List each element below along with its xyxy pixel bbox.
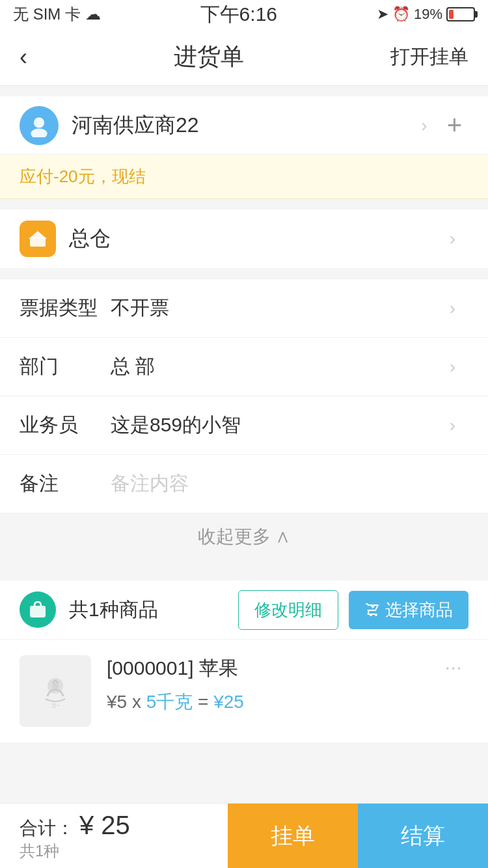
notice-bar: 应付-20元，现结: [0, 155, 488, 199]
cart-icon: [364, 602, 380, 617]
location-icon: ➤: [377, 6, 388, 23]
product-item: 普+ [0000001] 苹果 ¥5 x 5千克 = ¥25 ···: [0, 639, 488, 742]
back-button[interactable]: ‹: [20, 44, 27, 71]
section-gap-3: [0, 268, 488, 278]
chevron-icon: ›: [421, 115, 427, 136]
supplier-row[interactable]: 河南供应商22 › +: [0, 96, 488, 155]
supplier-avatar: [20, 106, 59, 145]
salesman-chevron: ›: [450, 415, 455, 436]
battery-label: 19%: [414, 6, 442, 23]
product-name: [0000001] 苹果: [107, 655, 438, 682]
status-time: 下午6:16: [200, 1, 277, 28]
product-thumbnail: 普+: [20, 655, 91, 727]
open-hang-button[interactable]: 打开挂单: [390, 44, 468, 70]
total-amount: ¥ 25: [79, 811, 130, 840]
invoice-type-row[interactable]: 票据类型 不开票 ›: [0, 278, 488, 337]
section-gap-1: [0, 86, 488, 96]
nav-bar: ‹ 进货单 打开挂单: [0, 29, 488, 86]
alarm-icon: ⏰: [392, 6, 410, 23]
salesman-label: 业务员: [20, 412, 104, 439]
total-section: 合计： ¥ 25 共1种: [0, 804, 228, 868]
invoice-type-chevron: ›: [450, 298, 455, 319]
total-label: 合计：: [20, 816, 74, 841]
total-row: 合计： ¥ 25: [20, 811, 208, 841]
svg-point-8: [52, 683, 59, 689]
svg-point-0: [34, 117, 44, 128]
department-value: 总 部: [104, 353, 450, 380]
sim-label: 无 SIM 卡 ☁: [13, 4, 101, 25]
bottom-bar: 合计： ¥ 25 共1种 挂单 结算: [0, 803, 488, 868]
edit-detail-button[interactable]: 修改明细: [238, 590, 338, 630]
section-gap-4: [0, 560, 488, 570]
product-header: 共1种商品 修改明细 选择商品: [0, 580, 488, 639]
warehouse-chevron: ›: [450, 228, 455, 249]
warehouse-icon: [20, 221, 56, 257]
remark-label: 备注: [20, 470, 104, 497]
department-chevron: ›: [450, 357, 455, 377]
supplier-name: 河南供应商22: [72, 111, 421, 140]
product-code: [0000001]: [107, 657, 199, 679]
battery-icon: [446, 7, 475, 21]
select-product-button[interactable]: 选择商品: [349, 591, 468, 629]
product-section: 共1种商品 修改明细 选择商品 普+ [0000001] 苹果: [0, 580, 488, 742]
product-info: [0000001] 苹果 ¥5 x 5千克 = ¥25: [107, 655, 438, 714]
svg-rect-4: [30, 606, 46, 617]
page-title: 进货单: [174, 41, 244, 73]
department-label: 部门: [20, 353, 104, 380]
status-bar: 无 SIM 卡 ☁ 下午6:16 ➤ ⏰ 19%: [0, 0, 488, 29]
product-count: 共1种商品: [69, 597, 238, 623]
checkout-button[interactable]: 结算: [358, 804, 488, 868]
invoice-type-value: 不开票: [104, 295, 450, 321]
collapse-button[interactable]: 收起更多 ∧: [0, 513, 488, 560]
svg-rect-2: [30, 237, 46, 247]
remark-value[interactable]: 备注内容: [104, 470, 468, 497]
section-gap-2: [0, 199, 488, 210]
total-sub: 共1种: [20, 841, 208, 861]
hang-button[interactable]: 挂单: [228, 804, 358, 868]
product-price: ¥5 x 5千克 = ¥25: [107, 690, 438, 714]
supplier-card: 河南供应商22 › + 应付-20元，现结: [0, 96, 488, 199]
warehouse-card: 总仓 ›: [0, 210, 488, 268]
salesman-row[interactable]: 业务员 这是859的小智 ›: [0, 396, 488, 454]
add-button[interactable]: +: [441, 111, 468, 140]
svg-point-1: [31, 128, 47, 137]
department-row[interactable]: 部门 总 部 ›: [0, 337, 488, 396]
salesman-value: 这是859的小智: [104, 412, 450, 439]
product-icon: [20, 591, 56, 628]
remark-row[interactable]: 备注 备注内容: [0, 454, 488, 513]
svg-text:普+: 普+: [51, 703, 60, 709]
select-product-label: 选择商品: [385, 599, 453, 621]
svg-marker-3: [29, 231, 47, 239]
battery-fill: [449, 10, 454, 19]
invoice-type-label: 票据类型: [20, 295, 104, 321]
form-section: 票据类型 不开票 › 部门 总 部 › 业务员 这是859的小智 › 备注 备注…: [0, 278, 488, 560]
status-left: 无 SIM 卡 ☁: [13, 4, 101, 25]
warehouse-row[interactable]: 总仓 ›: [0, 210, 488, 268]
product-menu-button[interactable]: ···: [438, 655, 468, 679]
warehouse-name: 总仓: [69, 224, 450, 253]
status-right: ➤ ⏰ 19%: [377, 6, 475, 23]
